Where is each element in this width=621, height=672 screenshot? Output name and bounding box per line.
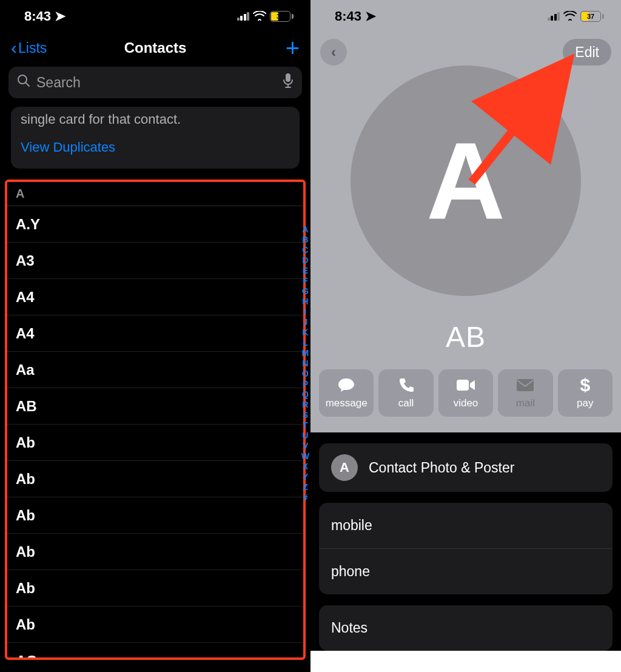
photo-poster-label: Contact Photo & Poster — [369, 460, 514, 476]
index-letter[interactable]: X — [301, 462, 309, 472]
index-letter[interactable]: J — [301, 317, 309, 328]
location-icon: ➤ — [55, 8, 65, 24]
message-icon — [337, 377, 355, 394]
index-letter[interactable]: F — [301, 276, 309, 286]
mini-avatar: A — [331, 454, 358, 481]
field-mobile[interactable]: mobile — [319, 503, 613, 549]
edit-button[interactable]: Edit — [563, 39, 611, 66]
status-bar: 8:43 ➤ 37 — [310, 0, 621, 33]
index-letter[interactable]: G — [301, 286, 309, 297]
phone-fields-card: mobilephone — [319, 503, 613, 594]
home-indicator[interactable] — [411, 662, 520, 666]
back-button[interactable]: ‹ — [320, 39, 347, 66]
index-letter[interactable]: L — [301, 338, 309, 348]
index-letter[interactable]: W — [301, 451, 309, 462]
contact-row[interactable]: A4 — [7, 315, 303, 352]
index-letter[interactable]: B — [301, 235, 309, 245]
svg-rect-2 — [286, 73, 290, 82]
duplicates-message: single card for that contact. — [21, 107, 290, 129]
index-letter[interactable]: U — [301, 431, 309, 441]
chevron-left-icon: ‹ — [11, 38, 17, 58]
svg-rect-4 — [517, 379, 534, 391]
index-letter[interactable]: Q — [301, 389, 309, 400]
index-letter[interactable]: K — [301, 328, 309, 338]
index-letter[interactable]: C — [301, 245, 309, 255]
search-placeholder: Search — [36, 75, 81, 91]
mail-icon — [516, 377, 534, 394]
location-icon: ➤ — [365, 8, 376, 24]
page-title: Contacts — [124, 39, 187, 56]
contact-avatar[interactable]: A — [351, 66, 581, 296]
lists-back-button[interactable]: ‹ Lists — [11, 38, 47, 58]
index-letter[interactable]: V — [301, 441, 309, 451]
chevron-left-icon: ‹ — [331, 44, 336, 61]
index-letter[interactable]: R — [301, 400, 309, 410]
wifi-icon — [253, 8, 266, 24]
action-label: video — [454, 397, 478, 409]
contact-row[interactable]: Ab — [7, 570, 303, 606]
svg-rect-3 — [457, 380, 469, 391]
phone-icon — [398, 377, 414, 394]
search-icon — [17, 74, 30, 91]
index-letter[interactable]: P — [301, 379, 309, 389]
index-letter[interactable]: H — [301, 297, 309, 307]
index-letter[interactable]: T — [301, 420, 309, 431]
field-phone[interactable]: phone — [319, 549, 613, 594]
wifi-icon — [563, 8, 577, 24]
alpha-index[interactable]: ABCDEFGHIJKLMNOPQRSTUVWXYZ# — [301, 224, 309, 503]
action-video[interactable]: video — [438, 369, 493, 417]
notes-card[interactable]: Notes — [319, 605, 613, 651]
contact-row[interactable]: AC — [7, 643, 303, 660]
contact-row[interactable]: Aa — [7, 352, 303, 388]
clock: 8:43 — [335, 8, 361, 24]
contact-row[interactable]: Ab — [7, 425, 303, 461]
index-letter[interactable]: # — [301, 492, 309, 503]
index-letter[interactable]: I — [301, 307, 309, 317]
mic-icon[interactable] — [283, 73, 294, 92]
index-letter[interactable]: O — [301, 369, 309, 379]
signal-icon — [548, 12, 560, 21]
svg-line-1 — [25, 82, 29, 86]
status-bar: 8:43 ➤ 37 — [0, 0, 310, 33]
pay-icon: $ — [580, 377, 590, 394]
contact-row[interactable]: A4 — [7, 279, 303, 315]
action-label: mail — [516, 397, 535, 409]
photo-poster-card[interactable]: A Contact Photo & Poster — [319, 443, 613, 492]
contact-row[interactable]: AB — [7, 388, 303, 425]
contact-name: AB — [310, 320, 621, 354]
battery-icon: 37 — [580, 11, 604, 22]
action-label: call — [398, 397, 414, 409]
index-letter[interactable]: N — [301, 358, 309, 369]
index-letter[interactable]: A — [301, 224, 309, 235]
contacts-list-highlight: A A.YA3A4A4AaABAbAbAbAbAbAbAC — [5, 180, 306, 660]
battery-icon: 37 — [270, 11, 294, 22]
signal-icon — [237, 12, 250, 21]
action-mail: mail — [498, 369, 552, 417]
avatar-letter: A — [426, 118, 505, 244]
contact-row[interactable]: A3 — [7, 243, 303, 279]
index-letter[interactable]: Z — [301, 482, 309, 492]
index-letter[interactable]: E — [301, 266, 309, 276]
index-letter[interactable]: Y — [301, 472, 309, 482]
action-message[interactable]: message — [319, 369, 374, 417]
action-label: pay — [577, 397, 593, 409]
contact-row[interactable]: Ab — [7, 606, 303, 643]
index-letter[interactable]: D — [301, 255, 309, 266]
contact-row[interactable]: Ab — [7, 497, 303, 534]
view-duplicates-link[interactable]: View Duplicates — [21, 138, 290, 156]
notes-label: Notes — [319, 605, 613, 651]
contact-row[interactable]: A.Y — [7, 206, 303, 243]
video-icon — [456, 377, 475, 394]
clock: 8:43 — [24, 8, 51, 24]
duplicates-card: single card for that contact. View Dupli… — [11, 107, 300, 169]
contact-row[interactable]: Ab — [7, 461, 303, 497]
action-pay[interactable]: $pay — [558, 369, 613, 417]
index-letter[interactable]: M — [301, 348, 309, 358]
add-contact-button[interactable]: + — [286, 36, 300, 60]
section-header: A — [7, 182, 303, 206]
index-letter[interactable]: S — [301, 410, 309, 420]
contact-row[interactable]: Ab — [7, 534, 303, 570]
action-label: message — [326, 397, 368, 409]
action-call[interactable]: call — [378, 369, 433, 417]
search-input[interactable]: Search — [8, 67, 302, 98]
